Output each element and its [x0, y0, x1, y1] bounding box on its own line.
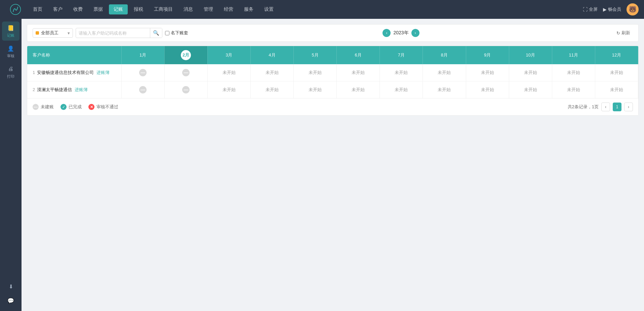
nav-management[interactable]: 管理 — [199, 4, 218, 14]
table-row: 1安徽畅捷通信息技术有限公司进账簿——未开始未开始未开始未开始未开始未开始未开始… — [27, 64, 638, 81]
not-started-text: 未开始 — [610, 87, 623, 92]
not-started-text: 未开始 — [524, 87, 537, 92]
month-cell-2: — — [164, 64, 207, 81]
check-icon: ✓ — [61, 104, 67, 110]
nav-right: ⛶ 全屏 ▶ 畅会员 🐻 — [583, 3, 639, 15]
nav-fee[interactable]: 收费 — [69, 4, 87, 14]
col-dec: 12月 — [595, 46, 638, 64]
month-cell-9: 未开始 — [466, 64, 509, 81]
search-button[interactable]: 🔍 — [150, 28, 162, 38]
month-cell-1: — — [121, 64, 164, 81]
fullscreen-icon: ⛶ — [583, 7, 588, 12]
prev-page-button[interactable]: ‹ — [601, 103, 610, 111]
fullscreen-button[interactable]: ⛶ 全屏 — [583, 6, 598, 12]
nav-business[interactable]: 工商项目 — [149, 4, 177, 14]
current-month-circle: 2月 — [181, 50, 191, 60]
sidebar-item-download[interactable]: ⬇ — [2, 280, 19, 293]
col-mar: 3月 — [207, 46, 250, 64]
sidebar-item-accounting[interactable]: 📒 记账 — [2, 22, 19, 41]
next-year-button[interactable]: › — [411, 29, 419, 37]
sidebar-item-print[interactable]: 🖨 打印 — [2, 63, 19, 82]
nav-operation[interactable]: 经营 — [219, 4, 238, 14]
row-index: 1 — [33, 70, 35, 75]
search-wrap: 🔍 — [76, 28, 162, 38]
prev-year-button[interactable]: ‹ — [383, 29, 391, 37]
my-accounts-checkbox[interactable] — [165, 31, 169, 35]
refresh-icon: ↻ — [616, 31, 620, 36]
month-cell-12: 未开始 — [595, 81, 638, 99]
month-cell-6: 未开始 — [337, 81, 380, 99]
col-aug: 8月 — [423, 46, 466, 64]
client-cell: 2漠澜太平畅捷通信进账簿 — [27, 81, 121, 99]
month-cell-5: 未开始 — [294, 81, 337, 99]
month-cell-7: 未开始 — [380, 81, 423, 99]
month-cell-11: 未开始 — [552, 64, 595, 81]
member-button[interactable]: ▶ 畅会员 — [603, 6, 621, 12]
help-icon: 💬 — [7, 297, 14, 304]
data-table: 客户名称 1月 2月 3月 4月 5月 6月 7月 8月 9月 10月 11月 … — [27, 46, 638, 98]
avatar[interactable]: 🐻 — [627, 3, 639, 15]
legend-completed-label: 已完成 — [69, 104, 82, 110]
col-feb: 2月 — [164, 46, 207, 64]
refresh-label: 刷新 — [621, 30, 630, 36]
employee-dot-icon — [36, 31, 39, 35]
legend-failed: ✕ 审核不通过 — [88, 104, 118, 110]
not-started-text: 未开始 — [223, 70, 236, 75]
checkbox-label[interactable]: 名下账套 — [165, 30, 188, 36]
client-cell: 1安徽畅捷通信息技术有限公司进账簿 — [27, 64, 121, 81]
client-name: 漠澜太平畅捷通信 — [37, 87, 72, 92]
employee-label: 全部员工 — [41, 30, 58, 36]
table-body: 1安徽畅捷通信息技术有限公司进账簿——未开始未开始未开始未开始未开始未开始未开始… — [27, 64, 638, 98]
not-started-text: 未开始 — [352, 87, 365, 92]
checkbox-text: 名下账套 — [171, 30, 188, 36]
download-icon: ⬇ — [7, 283, 14, 290]
nav-settings[interactable]: 设置 — [259, 4, 278, 14]
enter-link[interactable]: 进账簿 — [75, 87, 88, 92]
month-cell-11: 未开始 — [552, 81, 595, 99]
chevron-down-icon: ▾ — [68, 31, 70, 36]
enter-link[interactable]: 进账簿 — [96, 70, 110, 75]
nav-accounting[interactable]: 记账 — [109, 4, 128, 14]
col-jan: 1月 — [121, 46, 164, 64]
toolbar: 全部员工 ▾ 🔍 名下账套 ‹ 2023年 › ↻ 刷新 — [27, 24, 639, 42]
legend-not-built-label: 未建账 — [41, 104, 54, 110]
status-dash-icon: — — [182, 86, 190, 93]
next-page-button[interactable]: › — [624, 103, 633, 111]
main-content: 全部员工 ▾ 🔍 名下账套 ‹ 2023年 › ↻ 刷新 — [22, 19, 644, 311]
month-cell-7: 未开始 — [380, 64, 423, 81]
pagination: 共2条记录，1页 ‹ 1 › — [568, 103, 633, 111]
fullscreen-label: 全屏 — [589, 6, 598, 12]
employee-select[interactable]: 全部员工 ▾ — [33, 28, 73, 38]
month-cell-5: 未开始 — [294, 64, 337, 81]
total-records: 共2条记录，1页 — [568, 104, 599, 110]
month-cell-10: 未开始 — [509, 81, 552, 99]
nav-customer[interactable]: 客户 — [48, 4, 67, 14]
col-oct: 10月 — [509, 46, 552, 64]
month-cell-9: 未开始 — [466, 81, 509, 99]
sidebar-item-audit[interactable]: 👤 审核 — [2, 42, 19, 61]
not-started-text: 未开始 — [438, 70, 451, 75]
not-started-text: 未开始 — [309, 87, 322, 92]
sidebar-label-audit: 审核 — [7, 53, 14, 59]
table-wrapper: 客户名称 1月 2月 3月 4月 5月 6月 7月 8月 9月 10月 11月 … — [27, 46, 638, 98]
col-apr: 4月 — [250, 46, 293, 64]
top-nav: 首页 客户 收费 票据 记账 报税 工商项目 消息 管理 经营 服务 设置 ⛶ … — [0, 0, 644, 19]
legend-completed: ✓ 已完成 — [61, 104, 82, 110]
nav-tax[interactable]: 报税 — [129, 4, 148, 14]
audit-icon: 👤 — [7, 45, 14, 52]
search-input[interactable] — [76, 29, 150, 37]
legend: — 未建账 ✓ 已完成 ✕ 审核不通过 — [33, 104, 118, 110]
nav-message[interactable]: 消息 — [179, 4, 198, 14]
nav-service[interactable]: 服务 — [239, 4, 258, 14]
nav-home[interactable]: 首页 — [28, 4, 47, 14]
not-started-text: 未开始 — [567, 87, 580, 92]
refresh-button[interactable]: ↻ 刷新 — [614, 29, 633, 37]
legend-failed-label: 审核不通过 — [96, 104, 118, 110]
month-cell-10: 未开始 — [509, 64, 552, 81]
month-cell-2: — — [164, 81, 207, 99]
page-1-button[interactable]: 1 — [613, 103, 621, 111]
nav-invoice[interactable]: 票据 — [89, 4, 108, 14]
sidebar-item-help[interactable]: 💬 — [2, 294, 19, 307]
left-sidebar: 📒 记账 👤 审核 🖨 打印 ⬇ 💬 — [0, 19, 22, 311]
year-label: 2023年 — [393, 30, 408, 36]
